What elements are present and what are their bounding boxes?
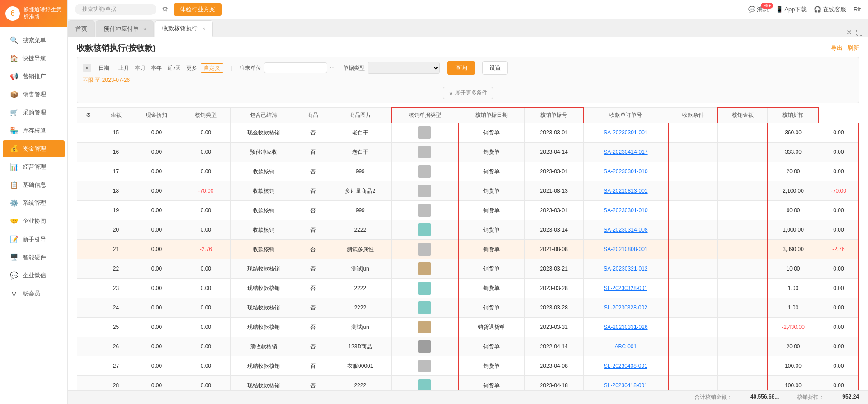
cell-cancel-amount: 20.00 bbox=[767, 162, 819, 181]
cell-cancel-bill-no[interactable]: SA-20230414-017 bbox=[583, 143, 668, 162]
sidebar-item-operations[interactable]: 📊经营管理 bbox=[3, 158, 65, 176]
cell-cancel-bill-no[interactable]: SA-20230301-010 bbox=[583, 201, 668, 220]
expand-more-btn[interactable]: ∨ 展开更多条件 bbox=[443, 87, 493, 99]
user-avatar[interactable]: Rit bbox=[854, 6, 861, 13]
cell-cancel-bill-no[interactable]: SA-20230331-026 bbox=[583, 318, 668, 337]
col-header-receipt-order-no: 收款单订单号 bbox=[583, 107, 668, 123]
close-all-tabs-btn[interactable]: ✕ bbox=[846, 29, 852, 37]
table-row: 160.000.00预付冲应收否老白干销货单2023-04-14SA-20230… bbox=[77, 143, 859, 162]
cell-cancel-bill-date: 2023-04-08 bbox=[524, 356, 583, 376]
sidebar-item-wechat[interactable]: 💬企业微信 bbox=[3, 267, 65, 284]
cell-cancel-bill-no[interactable]: SA-20210808-001 bbox=[583, 240, 668, 259]
cell-product: 2222 bbox=[329, 298, 392, 318]
cell-cancel-bill-no[interactable]: SA-20230301-001 bbox=[583, 123, 668, 143]
date-options: 上月本月本年近7天更多自定义 bbox=[117, 63, 224, 73]
sidebar-item-sales[interactable]: 📦销售管理 bbox=[3, 86, 65, 103]
fullscreen-btn[interactable]: ⛶ bbox=[856, 29, 863, 37]
marketing-icon: 📢 bbox=[10, 72, 18, 81]
cell-cancel-discount: 0.00 bbox=[819, 220, 859, 240]
date-opt-0[interactable]: 上月 bbox=[117, 63, 131, 73]
cell-cancel-bill-no[interactable]: SA-20230314-008 bbox=[583, 220, 668, 240]
sidebar-item-system[interactable]: ⚙️系统管理 bbox=[3, 195, 65, 212]
topbar-search[interactable]: 搜索功能/单据 bbox=[75, 4, 156, 15]
cell-cancel-bill-no[interactable]: ABC-001 bbox=[583, 337, 668, 356]
cell-gear bbox=[77, 123, 100, 143]
tab-label-receipt: 收款核销执行 bbox=[162, 24, 198, 33]
date-opt-4[interactable]: 更多 bbox=[184, 63, 199, 73]
cell-cancel-bill-date: 2023-03-14 bbox=[524, 220, 583, 240]
sidebar-item-finance[interactable]: 💰资金管理 bbox=[3, 140, 65, 157]
cell-cancel-bill-date: 2022-04-14 bbox=[524, 337, 583, 356]
sidebar-label-system: 系统管理 bbox=[23, 199, 46, 207]
cell-cancel-bill-type: 销货单 bbox=[458, 201, 525, 220]
settings-btn[interactable]: 设置 bbox=[482, 61, 508, 75]
cell-cancel-bill-no[interactable]: SL-20230328-001 bbox=[583, 279, 668, 298]
bill-type-select[interactable] bbox=[368, 62, 440, 74]
sidebar-item-newbie[interactable]: 📝新手引导 bbox=[3, 231, 65, 248]
cell-cancel-bill-no[interactable]: SL-20230408-001 bbox=[583, 356, 668, 376]
app-download-btn[interactable]: 📱 App下载 bbox=[776, 5, 807, 14]
industry-btn[interactable]: 体验行业方案 bbox=[174, 3, 222, 16]
cell-receipt-order-no bbox=[668, 143, 718, 162]
cell-cancel-amount: 1.00 bbox=[767, 279, 819, 298]
message-btn[interactable]: 💬 消息 99+ bbox=[748, 5, 769, 14]
tab-prepay[interactable]: 预付冲应付单× bbox=[96, 20, 154, 37]
from-unit-input[interactable] bbox=[264, 62, 327, 73]
date-opt-1[interactable]: 本月 bbox=[133, 63, 147, 73]
date-opt-2[interactable]: 本年 bbox=[149, 63, 164, 73]
cell-product: 老白干 bbox=[329, 123, 392, 143]
search-icon: 🔍 bbox=[10, 36, 18, 44]
cell-cancel-bill-no[interactable]: SA-20210813-001 bbox=[583, 181, 668, 201]
sidebar-logo: 6 畅捷通谱好生意 标准版 bbox=[0, 0, 67, 27]
table-row: 190.000.00收款核销否999销货单2023-03-01SA-202303… bbox=[77, 201, 859, 220]
sidebar-item-marketing[interactable]: 📢营销推广 bbox=[3, 68, 65, 85]
inventory-icon: 🏪 bbox=[10, 127, 18, 135]
cell-cancel-bill-no[interactable]: SL-20230418-001 bbox=[583, 376, 668, 391]
cell-cancel-amount: 100.00 bbox=[767, 356, 819, 376]
custom-date-btn[interactable]: 自定义 bbox=[201, 63, 223, 73]
refresh-btn[interactable]: 刷新 bbox=[847, 44, 859, 52]
online-service-btn[interactable]: 🎧 在线客服 bbox=[814, 5, 846, 14]
tab-home[interactable]: 首页 bbox=[68, 20, 95, 37]
sidebar-item-purchase[interactable]: 🛒采购管理 bbox=[3, 104, 65, 121]
tab-close-prepay[interactable]: × bbox=[143, 26, 146, 32]
cell-include-settled: 否 bbox=[297, 240, 329, 259]
filter-sep: | bbox=[231, 65, 232, 71]
cell-cancel-bill-no[interactable]: SA-20230321-012 bbox=[583, 259, 668, 279]
cell-gear bbox=[77, 279, 100, 298]
cell-cancel-bill-no[interactable]: SL-20230328-002 bbox=[583, 298, 668, 318]
cell-receipt-condition bbox=[718, 181, 768, 201]
cell-cancel-type: 现结收款核销 bbox=[231, 356, 297, 376]
tab-label-prepay: 预付冲应付单 bbox=[104, 25, 139, 33]
cell-cancel-type: 预收款核销 bbox=[231, 337, 297, 356]
total-amount-label: 合计核销金额： bbox=[694, 394, 732, 401]
sidebar-item-smart[interactable]: 🖥️智能硬件 bbox=[3, 249, 65, 266]
sidebar-item-vip[interactable]: V畅会员 bbox=[3, 285, 65, 302]
tab-receipt[interactable]: 收款核销执行× bbox=[155, 20, 212, 37]
sidebar-item-inventory[interactable]: 🏪库存核算 bbox=[3, 122, 65, 139]
sidebar-label-purchase: 采购管理 bbox=[23, 109, 46, 117]
cell-receipt-order-no bbox=[668, 220, 718, 240]
query-btn[interactable]: 查询 bbox=[447, 61, 475, 75]
cell-receipt-order-no bbox=[668, 318, 718, 337]
dots-icon[interactable]: ··· bbox=[330, 64, 336, 72]
table-row: 200.000.00收款核销否2222销货单2023-03-14SA-20230… bbox=[77, 220, 859, 240]
sidebar-item-search[interactable]: 🔍搜索菜单 bbox=[3, 32, 65, 49]
sidebar-item-basic[interactable]: 📋基础信息 bbox=[3, 176, 65, 194]
tab-close-receipt[interactable]: × bbox=[202, 26, 205, 31]
sidebar-item-enterprise[interactable]: 🤝企业协同 bbox=[3, 213, 65, 230]
cell-cancel-amount: 2,100.00 bbox=[767, 181, 819, 201]
cell-gear bbox=[77, 143, 100, 162]
sidebar-item-quicknav[interactable]: 🏠快捷导航 bbox=[3, 50, 65, 67]
export-btn[interactable]: 导出 bbox=[831, 44, 843, 52]
date-opt-3[interactable]: 近7天 bbox=[165, 63, 183, 73]
cell-balance: 0.00 bbox=[132, 279, 181, 298]
filter-expand-btn[interactable]: » bbox=[83, 64, 91, 72]
settings-icon[interactable]: ⚙ bbox=[162, 5, 168, 14]
cell-cancel-amount: 60.00 bbox=[767, 201, 819, 220]
cell-cancel-bill-no[interactable]: SA-20230301-010 bbox=[583, 162, 668, 181]
cell-cancel-bill-type: 销货单 bbox=[458, 259, 525, 279]
cell-cancel-type: 收款核销 bbox=[231, 162, 297, 181]
cell-product-img bbox=[392, 298, 458, 318]
main-area: 搜索功能/单据 ⚙ 体验行业方案 💬 消息 99+ 📱 App下载 🎧 在线客服… bbox=[68, 0, 868, 404]
